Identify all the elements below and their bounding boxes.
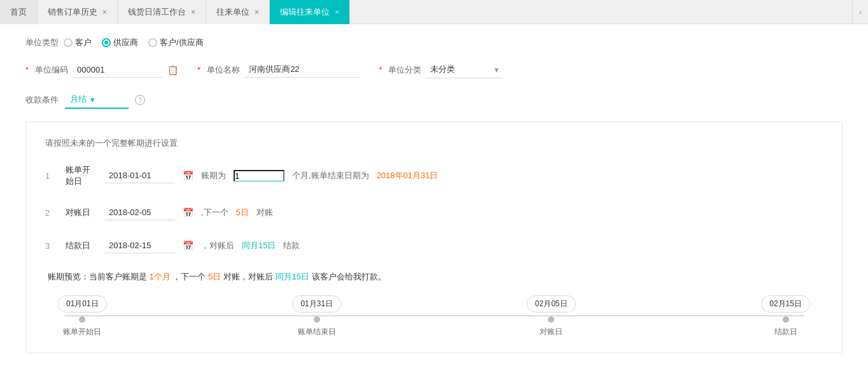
unit-code-input[interactable] [73,62,162,78]
settings-row-3: 3 结款日 📅 ，对账后 同月15日 结款 [45,238,823,253]
required-star-code: * [25,65,29,74]
tab-sales-history[interactable]: 销售订单历史 × [38,0,118,24]
unit-category-field: * 单位分类 未分类 ▾ [379,61,503,78]
unit-name-field: * 单位名称 [197,62,360,78]
row-type-2: 对账日 [66,207,97,218]
row-type-1: 账单开始日 [66,164,97,187]
tab-bar: 首页 销售订单历史 × 钱货日清工作台 × 往来单位 × 编辑往来单位 × › [0,0,868,24]
tab-close-sales-history[interactable]: × [102,8,107,17]
row-type-3: 结款日 [66,240,97,251]
timeline-point-4: 02月15日 结款日 [761,295,810,337]
timeline-container: 01月01日 账单开始日 01月31日 账单结束日 02月05日 对账日 [45,295,823,337]
radio-customer-supplier[interactable]: 客户/供应商 [148,37,204,48]
preview-sep1: ，下一个 [172,272,206,281]
radio-supplier[interactable]: 供应商 [102,37,138,48]
radio-customer[interactable]: 客户 [64,37,92,48]
tab-close-edit-partner[interactable]: × [335,8,339,17]
preview-label: 账期预览：当前客户账期是 [48,272,147,281]
unit-category-value: 未分类 [430,64,455,75]
unit-name-label: 单位名称 [207,64,240,76]
date-input-3[interactable] [105,238,175,253]
payment-condition-value: 月结 [70,94,87,105]
timeline-type-3: 对账日 [540,327,563,337]
timeline-label-3: 02月05日 [527,295,576,313]
timeline-dot-1 [79,316,85,323]
unit-category-select[interactable]: 未分类 ▾ [426,61,503,78]
category-chevron-icon: ▾ [494,65,499,74]
date-input-1[interactable] [105,168,175,183]
settings-box: 请按照未来的一个完整帐期进行设置 1 账单开始日 📅 账期为 个月,账单结束日期… [25,122,843,353]
unit-type-label: 单位类型 [25,37,59,48]
preview-part3: 同月15日 [276,272,309,281]
preview-end: 该客户会给我打款。 [312,272,386,281]
preview-part2: 5日 [208,272,221,281]
tab-home[interactable]: 首页 [0,0,38,24]
desc-prefix-1: 账期为 [201,170,226,181]
radio-circle-customer [64,38,73,47]
unit-category-label: 单位分类 [388,64,421,76]
timeline-type-2: 账单结束日 [298,327,336,337]
unit-type-field: 单位类型 客户 供应商 客户/供应商 [25,37,204,48]
payment-row: 收款条件 月结 ▾ ? [25,91,843,109]
row-num-3: 3 [45,241,58,251]
radio-circle-supplier [102,38,111,47]
desc-suffix-2: 对账 [256,207,273,218]
calendar-icon-3[interactable]: 📅 [183,241,193,251]
timeline-point-3: 02月05日 对账日 [527,295,576,337]
timeline-type-1: 账单开始日 [63,327,101,337]
main-content: 单位类型 客户 供应商 客户/供应商 * 单位编码 [0,24,868,387]
unit-type-radio-group: 客户 供应商 客户/供应商 [64,37,204,48]
settings-row-1: 1 账单开始日 📅 账期为 个月,账单结束日期为 2018年01月31日 [45,164,823,187]
required-star-name: * [197,65,200,74]
highlight-date-3: 同月15日 [242,240,276,251]
tab-cash-work[interactable]: 钱货日清工作台 × [118,0,206,24]
copy-icon[interactable]: 📋 [167,65,178,75]
timeline-items: 01月01日 账单开始日 01月31日 账单结束日 02月05日 对账日 [58,295,810,337]
timeline-label-1: 01月01日 [58,295,107,313]
tab-partners[interactable]: 往来单位 × [206,0,270,24]
date-input-2[interactable] [105,205,175,220]
highlight-date-2: 5日 [236,207,249,218]
calendar-icon-2[interactable]: 📅 [183,208,193,218]
timeline-dot-2 [314,316,320,323]
period-input[interactable] [234,170,284,181]
timeline-point-2: 01月31日 账单结束日 [292,295,341,337]
unit-code-field: * 单位编码 📋 [25,62,178,78]
timeline-type-4: 结款日 [774,327,797,337]
tab-close-cash-work[interactable]: × [191,8,195,17]
unit-info-row: * 单位编码 📋 * 单位名称 * 单位分类 未分类 ▾ [25,61,843,78]
row-num-2: 2 [45,208,58,218]
preview-text: 账期预览：当前客户账期是 1个月 ，下一个 5日 对账，对账后 同月15日 该客… [45,271,823,283]
tab-edit-partner[interactable]: 编辑往来单位 × [270,0,350,24]
settings-title: 请按照未来的一个完整帐期进行设置 [45,137,823,149]
desc-suffix-3: 结款 [283,240,300,251]
timeline-label-2: 01月31日 [292,295,341,313]
desc-prefix-3: ，对账后 [201,240,234,251]
timeline-point-1: 01月01日 账单开始日 [58,295,107,337]
timeline-dot-3 [548,316,554,323]
tab-more-arrow[interactable]: › [852,0,868,24]
unit-name-input[interactable] [245,62,360,78]
timeline-dot-4 [783,316,789,323]
help-icon[interactable]: ? [135,95,145,105]
timeline-label-4: 02月15日 [761,295,810,313]
tab-close-partners[interactable]: × [255,8,259,17]
payment-condition-select[interactable]: 月结 ▾ [65,91,129,109]
preview-sep2: 对账，对账后 [223,272,273,281]
desc-suffix-1: 个月,账单结束日期为 [292,170,369,181]
preview-part1: 1个月 [150,272,171,281]
payment-chevron-icon: ▾ [90,95,95,104]
required-star-category: * [379,65,382,74]
calendar-icon-1[interactable]: 📅 [183,171,193,181]
unit-type-row: 单位类型 客户 供应商 客户/供应商 [25,37,843,48]
highlight-date-1: 2018年01月31日 [377,170,438,181]
payment-label: 收款条件 [25,94,59,106]
settings-row-2: 2 对账日 📅 ,下一个 5日 对账 [45,205,823,220]
desc-prefix-2: ,下一个 [201,207,228,218]
row-num-1: 1 [45,171,58,181]
unit-code-label: 单位编码 [35,64,68,76]
radio-circle-customer-supplier [148,38,157,47]
